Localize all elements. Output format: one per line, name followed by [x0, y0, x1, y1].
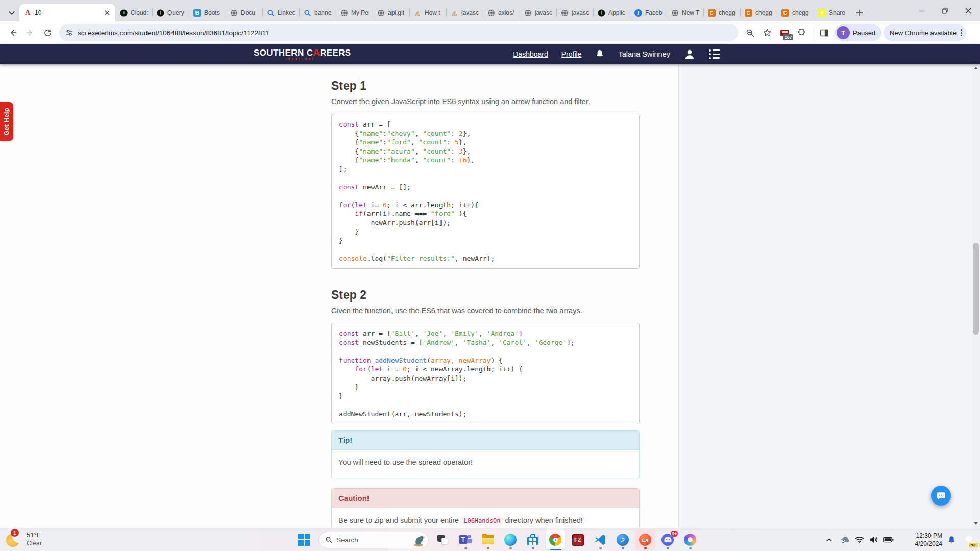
person-icon — [683, 48, 696, 60]
browser-tab[interactable]: Cchegg — [703, 4, 740, 21]
scroll-down-arrow[interactable] — [972, 520, 980, 528]
tab-title: Cloud: — [131, 9, 148, 16]
course-menu-button[interactable] — [709, 49, 720, 59]
search-favicon — [266, 9, 275, 17]
wifi-tray-button[interactable] — [852, 532, 867, 547]
caution-title: Caution! — [332, 489, 639, 508]
battery-tray-button[interactable] — [881, 532, 895, 547]
profile-chip[interactable]: T Paused — [835, 24, 881, 41]
notification-center-button[interactable] — [944, 532, 959, 547]
active-tab-title: 10 — [35, 9, 100, 16]
browser-tab[interactable]: Docu — [226, 4, 262, 21]
tab-title: chegg — [792, 9, 810, 16]
stackoverflow-favicon — [414, 9, 421, 17]
volume-tray-button[interactable] — [867, 532, 881, 547]
battlenet-app-button[interactable] — [612, 530, 633, 550]
globe-favicon — [377, 9, 385, 17]
onedrive-tray-button[interactable] — [838, 532, 852, 547]
browser-tab[interactable]: My Pe — [336, 4, 373, 21]
filezilla-app-button[interactable]: FZ — [568, 530, 588, 550]
browser-menu-icon[interactable] — [961, 29, 962, 36]
browser-tab[interactable]: BBoots — [189, 4, 226, 21]
discord-app-button[interactable]: 9+ — [657, 530, 678, 550]
bookmark-button[interactable] — [758, 24, 776, 41]
store-app-button[interactable] — [523, 530, 543, 550]
nav-dashboard-link[interactable]: Dashboard — [513, 50, 548, 58]
restore-button[interactable] — [933, 0, 957, 21]
copilot-app-button[interactable] — [680, 530, 700, 550]
star-icon — [763, 28, 772, 37]
ea-app-button[interactable]: EA — [635, 530, 655, 550]
start-button[interactable] — [294, 530, 314, 550]
edge-app-button[interactable] — [500, 530, 521, 550]
browser-tab[interactable]: javasc — [520, 4, 556, 21]
browser-tab[interactable]: fFaceb — [630, 4, 667, 21]
minimize-button[interactable] — [910, 0, 933, 21]
close-tab-icon[interactable] — [103, 9, 111, 17]
task-view-button[interactable] — [433, 530, 453, 550]
browser-tab[interactable]: Cchegg — [740, 4, 777, 21]
tray-overflow-button[interactable] — [822, 532, 836, 547]
extension-button[interactable]: 167 — [776, 24, 793, 41]
browser-tab[interactable]: Applic — [593, 4, 630, 21]
notifications-button[interactable] — [595, 49, 605, 59]
extensions-menu-button[interactable] — [793, 24, 811, 41]
back-button[interactable] — [4, 24, 21, 41]
active-browser-tab[interactable]: A 10 — [19, 4, 115, 21]
back-icon — [8, 28, 17, 37]
page-scrollbar[interactable] — [972, 64, 980, 528]
running-indicator — [464, 547, 467, 549]
mongodb-favicon — [120, 9, 128, 17]
browser-tab[interactable]: axios/ — [483, 4, 520, 21]
update-chrome-button[interactable]: New Chrome available — [884, 24, 966, 41]
side-panel-icon — [820, 29, 828, 37]
scroll-up-arrow[interactable] — [972, 64, 980, 72]
clock-widget[interactable]: 12:30 PM 4/20/2024 — [915, 532, 942, 548]
browser-tab[interactable]: Linked — [262, 4, 299, 21]
address-bar[interactable]: sci.exeterlms.com/student/106488/lesson/… — [59, 24, 738, 41]
forward-icon — [26, 28, 35, 37]
browser-tab[interactable]: Share — [814, 4, 850, 21]
close-window-button[interactable] — [957, 0, 980, 21]
get-help-tab[interactable]: Get Help — [0, 102, 13, 141]
site-settings-icon[interactable] — [65, 29, 74, 37]
browser-tab[interactable]: New T — [667, 4, 703, 21]
mongodb-favicon — [598, 9, 605, 17]
file-explorer-button[interactable] — [478, 530, 498, 550]
globe-favicon — [560, 9, 569, 17]
step-description: Given the function, use the ES6 that was… — [331, 307, 640, 315]
battlenet-icon — [617, 534, 629, 546]
vscode-app-button[interactable] — [590, 530, 610, 550]
browser-tab[interactable]: api.git — [373, 4, 409, 21]
browser-tab[interactable]: javasc — [446, 4, 483, 21]
browser-tab[interactable]: Query — [152, 4, 189, 21]
browser-tab[interactable]: Cchegg — [777, 4, 814, 21]
browser-tab[interactable]: banne — [299, 4, 336, 21]
copilot-preview-button[interactable]: PRE — [963, 533, 976, 546]
browser-tab[interactable]: Cloud: — [115, 4, 152, 21]
browser-tab[interactable]: How t — [409, 4, 446, 21]
teams-app-button[interactable]: T — [455, 530, 476, 550]
side-panel-button[interactable] — [815, 24, 832, 41]
browser-tab[interactable]: javasc — [556, 4, 593, 21]
account-button[interactable] — [683, 48, 696, 60]
chat-widget-button[interactable] — [931, 486, 951, 506]
tab-title: banne — [314, 9, 332, 16]
tab-search-button[interactable] — [4, 4, 19, 21]
weather-widget[interactable]: 1 51°F Clear — [5, 530, 42, 549]
code-line: const newStudents = ['Andrew', 'Tasha', … — [339, 338, 632, 347]
school-logo[interactable]: SOUTHERN CAREERS INSTITUTE — [254, 46, 351, 61]
zoom-button[interactable] — [741, 24, 758, 41]
chrome-app-button[interactable] — [545, 530, 566, 550]
nav-profile-link[interactable]: Profile — [561, 50, 582, 58]
scrollbar-thumb[interactable] — [973, 243, 979, 335]
reload-button[interactable] — [39, 24, 56, 41]
puzzle-icon — [797, 28, 806, 37]
search-highlight-bird-image — [411, 533, 426, 547]
taskbar-search[interactable]: Search — [318, 532, 429, 548]
running-indicator — [487, 547, 489, 549]
bootstrap-favicon: B — [193, 9, 201, 17]
new-tab-button[interactable] — [852, 6, 867, 20]
tab-title: Docu — [241, 9, 258, 16]
forward-button[interactable] — [21, 24, 39, 41]
